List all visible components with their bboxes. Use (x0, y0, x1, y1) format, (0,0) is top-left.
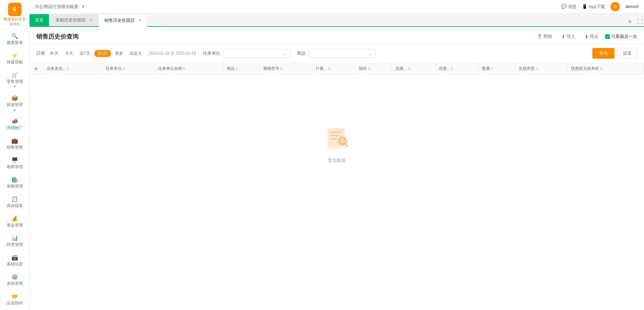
user-avatar[interactable]: D (610, 2, 620, 11)
sort-icon-spec: ⇅ (280, 67, 283, 70)
chevron-down-icon: ▼ (13, 85, 16, 88)
col-trade-type[interactable]: 交易类型⇅ (515, 63, 568, 74)
logo-text: 畅捷通好生意 (4, 17, 26, 22)
empty-icon (320, 120, 354, 153)
col-quoted-price[interactable]: 报价⇅ (355, 63, 392, 74)
tab-purchase-close-icon[interactable]: ✕ (89, 18, 93, 22)
sort-icon-quantity: ⇅ (491, 67, 493, 70)
date-btn-custom[interactable]: 自定义 (127, 50, 145, 57)
date-btn-today[interactable]: 今天 (62, 50, 76, 57)
sidebar-item-purchase[interactable]: 🛍️ 采购管理 (0, 173, 29, 193)
gear-icon: ⚙ (34, 66, 38, 71)
sidebar-item-wholesale[interactable]: 📦 批发管理 ▲ (0, 92, 29, 115)
col-partner-name[interactable]: 往来单位名称⇅ (155, 63, 223, 74)
export-button[interactable]: ⬇ 导出 (582, 32, 601, 41)
message-button[interactable]: 💬 消息 (561, 4, 577, 10)
logo-subtitle: 标准版 (10, 22, 20, 27)
sidebar-item-basic[interactable]: 🗃️ 基础信息 (0, 251, 29, 270)
settings-button[interactable]: 设置 (617, 48, 637, 59)
export-icon: ⬇ (585, 34, 588, 39)
help-icon: ❓ (537, 34, 542, 39)
query-button[interactable]: 查询 (592, 48, 614, 59)
col-biz-date[interactable]: 业务发生...⇅ (43, 63, 102, 74)
date-btn-yesterday[interactable]: 昨天 (48, 50, 61, 57)
sidebar-item-inventory[interactable]: 📋 库存核算 (0, 193, 29, 212)
import-button[interactable]: ⬆ 导入 (559, 32, 578, 41)
date-btn-7days[interactable]: 近7天 (77, 50, 93, 57)
empty-text: 暂无数据 (328, 157, 345, 163)
sidebar-item-system[interactable]: ⚙️ 系统管理 (0, 270, 29, 290)
sidebar-item-sales[interactable]: 💼 销售管理 (0, 134, 29, 154)
tab-sales-history[interactable]: 销售历史价跟踪 ✕ (99, 15, 147, 27)
sidebar-item-sales-label: 销售管理 (7, 145, 23, 150)
col-discount1[interactable]: 优惠...⇅ (392, 63, 435, 74)
topbar-dropdown[interactable]: ▼ (81, 4, 85, 9)
sidebar-item-ecommerce[interactable]: 🖥️ 电商管理 (0, 154, 29, 173)
operation-icon: 📊 (11, 235, 18, 241)
sidebar-item-finance[interactable]: 💰 资金管理 (0, 212, 29, 231)
sort-icon-quoted-price: ⇅ (368, 67, 370, 70)
filter-action-buttons: 查询 设置 (592, 48, 637, 59)
sidebar-item-purchase-label: 采购管理 (7, 184, 23, 189)
topbar-title: 办公用品行业模拟账套 (35, 4, 78, 10)
col-pre-tax-price[interactable]: 优惠前无税单价⇅ (568, 63, 644, 74)
sidebar-item-marketing[interactable]: 📣 营销推广 (0, 115, 29, 134)
sort-icon-discount2: ⇅ (451, 67, 453, 70)
sidebar-item-basic-label: 基础信息 (7, 261, 23, 267)
sidebar-item-enterprise-label: 企业协同 (7, 300, 23, 306)
date-range-display: 2023-02-18 至 2023-03-18 (149, 51, 196, 56)
table-body: 暂无数据 (30, 74, 644, 209)
date-btn-more[interactable]: 更多 (112, 50, 126, 57)
topbar-right: 💬 消息 📱 App下载 D demo2 (561, 2, 639, 11)
empty-state: 暂无数据 (30, 74, 644, 209)
sidebar-item-shortcut-label: 快捷导航 (7, 59, 23, 65)
date-btn-1month[interactable]: 近1月 (94, 50, 111, 57)
col-partner-code[interactable]: 往来单位⇅ (102, 63, 155, 74)
col-settings[interactable]: ⚙ (30, 63, 43, 74)
ecommerce-icon: 🖥️ (11, 157, 18, 163)
tab-purchase-label: 采购历史价跟踪 (55, 17, 86, 23)
partner-input[interactable]: ... (223, 49, 290, 58)
product-filter-label: 商品 (297, 50, 306, 56)
app-download-button[interactable]: 📱 App下载 (582, 4, 605, 10)
sidebar-item-search-label: 搜索菜单 (7, 40, 23, 46)
sidebar: 6 畅捷通好生意 标准版 🔍 搜索菜单 ⚡ 快捷导航 🛒 零售管理 ▼ 📦 批发… (0, 0, 30, 310)
product-dots-icon: ... (368, 51, 372, 56)
sidebar-item-enterprise[interactable]: 🤝 企业协同 (0, 290, 29, 309)
product-filter-group: 商品 ... (297, 49, 375, 58)
filter-area: 日期 昨天 今天 近7天 近1月 更多 自定义 2023-02-18 至 202… (30, 44, 644, 63)
svg-rect-2 (330, 132, 342, 133)
tab-sales-label: 销售历史价跟踪 (104, 17, 135, 23)
window-maximize-button[interactable]: ⛶ (636, 17, 644, 26)
table-container: ⚙ 业务发生...⇅ 往来单位⇅ 往来单位名称⇅ 商品⇅ (30, 63, 644, 310)
window-close-button[interactable]: ✕ (626, 17, 633, 26)
date-filter-label: 日期 (36, 50, 45, 56)
sidebar-item-search[interactable]: 🔍 搜索菜单 (0, 30, 29, 49)
sidebar-item-shortcut[interactable]: ⚡ 快捷导航 (0, 49, 29, 68)
marketing-icon: 📣 (11, 118, 18, 124)
avatar-text: D (614, 5, 616, 9)
product-input[interactable]: ... (308, 49, 375, 58)
col-discount2[interactable]: 优惠...⇅ (435, 63, 478, 74)
partner-filter-label: 往来单位 (203, 50, 220, 56)
sort-icon-unit: ⇅ (328, 67, 330, 70)
sidebar-item-retail[interactable]: 🛒 零售管理 ▼ (0, 68, 29, 92)
svg-rect-3 (330, 135, 339, 136)
chevron-up-icon: ▲ (13, 108, 16, 111)
tab-home[interactable]: 首页 (30, 14, 49, 26)
enterprise-icon: 🤝 (11, 293, 18, 300)
col-product[interactable]: 商品⇅ (223, 63, 260, 74)
svg-rect-4 (330, 138, 337, 140)
tab-sales-close-icon[interactable]: ✕ (138, 18, 142, 23)
sidebar-item-operation[interactable]: 📊 经营管理 (0, 231, 29, 251)
col-unit[interactable]: 计量...⇅ (312, 63, 356, 74)
content-area: 销售历史价查询 ❓ 帮助 ⬆ 导入 ⬇ 导出 ✓ 只看最后一次 (30, 27, 644, 310)
help-button[interactable]: ❓ 帮助 (534, 32, 555, 41)
col-quantity[interactable]: 数量⇅ (478, 63, 515, 74)
wholesale-icon: 📦 (11, 95, 18, 101)
tab-purchase-history[interactable]: 采购历史价跟踪 ✕ (50, 14, 98, 26)
app-logo: 6 畅捷通好生意 标准版 (0, 0, 29, 30)
col-spec[interactable]: 规格型号⇅ (260, 63, 312, 74)
data-table: ⚙ 业务发生...⇅ 往来单位⇅ 往来单位名称⇅ 商品⇅ (30, 63, 644, 209)
only-last-checkbox[interactable]: ✓ 只看最后一次 (605, 34, 637, 40)
